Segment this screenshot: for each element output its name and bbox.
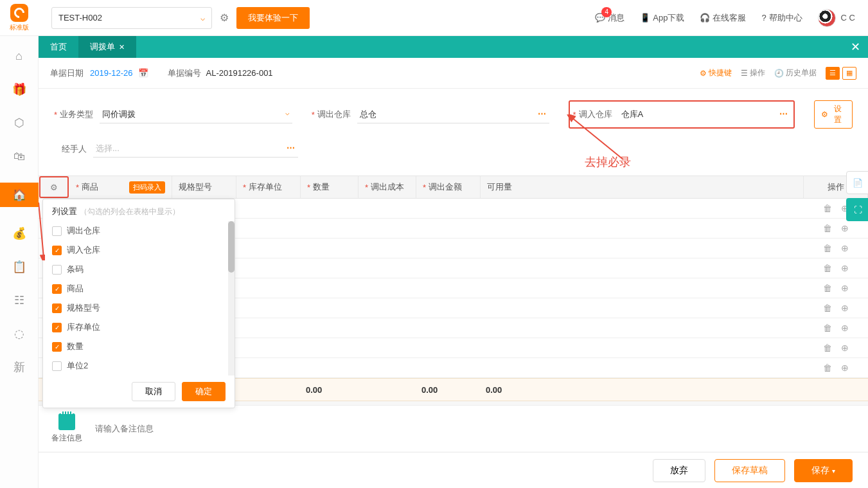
- service-label: 在线客服: [713, 12, 746, 24]
- chevron-down-icon: ⌵: [200, 14, 205, 23]
- edition-label: 标准版: [10, 23, 29, 32]
- gear-icon[interactable]: ⚙: [220, 12, 229, 24]
- help-link[interactable]: ? 帮助中心: [761, 12, 802, 24]
- tenant-value: TEST-H002: [58, 13, 102, 23]
- help-label: 帮助中心: [769, 12, 802, 24]
- app-download-label: App下载: [653, 12, 684, 24]
- brand-logo: 标准版: [0, 4, 39, 32]
- headset-icon: 🎧: [700, 13, 710, 23]
- logo-icon: [10, 4, 28, 22]
- topbar: 标准版 TEST-H002 ⌵ ⚙ 我要体验一下 💬 4 消息 📱 App下载 …: [0, 0, 868, 36]
- tenant-select[interactable]: TEST-H002 ⌵: [51, 7, 212, 29]
- service-link[interactable]: 🎧 在线客服: [700, 12, 746, 24]
- help-icon: ?: [761, 13, 766, 23]
- username-label: C C: [841, 13, 855, 23]
- app-download-link[interactable]: 📱 App下载: [640, 12, 684, 24]
- messages-link[interactable]: 💬 4 消息: [595, 12, 624, 24]
- tryout-button[interactable]: 我要体验一下: [236, 7, 310, 29]
- phone-icon: 📱: [640, 13, 650, 23]
- messages-badge: 4: [601, 7, 612, 17]
- avatar[interactable]: [818, 9, 836, 27]
